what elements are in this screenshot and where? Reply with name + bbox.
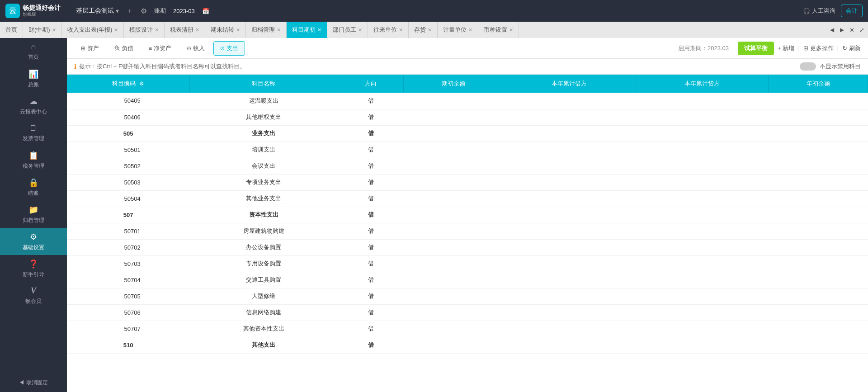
account-button[interactable]: 会计 xyxy=(841,5,863,17)
collapse-button[interactable]: ◀ 取消固定 xyxy=(5,379,61,387)
tab-close-icon[interactable]: ✕ xyxy=(399,27,403,33)
data-table: 科目编码 ⚙ 科目名称 方向 期初余额 本年累计借方 本年累计贷方 年初余额 5… xyxy=(67,75,868,354)
tab-close-icon[interactable]: ✕ xyxy=(236,27,240,33)
toggle-switch[interactable] xyxy=(800,62,816,71)
table-row[interactable]: 50501 培训支出 借 xyxy=(67,142,868,158)
col-ytd-debit: 本年累计借方 xyxy=(503,75,636,93)
sub-tab-liability[interactable]: 负 负债 xyxy=(108,41,140,56)
table-row[interactable]: 50406 其他维权支出 借 xyxy=(67,109,868,125)
cell-code: 510 xyxy=(67,337,189,353)
support-button[interactable]: 🎧 人工咨询 xyxy=(803,7,835,15)
cell-ytd-debit xyxy=(503,288,636,304)
tab-close-icon[interactable]: ✕ xyxy=(195,27,199,33)
col-gear-icon[interactable]: ⚙ xyxy=(139,80,144,87)
tab-subject-init[interactable]: 科目期初 ✕ xyxy=(287,22,327,38)
more-button[interactable]: ⊞ 更多操作 xyxy=(803,44,834,52)
tab-close-icon[interactable]: ✕ xyxy=(155,27,159,33)
cell-ytd-credit xyxy=(636,239,769,255)
table-row[interactable]: 50702 办公设备购置 借 xyxy=(67,239,868,255)
tab-close-icon[interactable]: ✕ xyxy=(428,27,432,33)
balance-button[interactable]: 试算平衡 xyxy=(738,42,774,55)
sidebar-item-guide[interactable]: ❓ 新手引导 xyxy=(0,255,67,282)
sidebar-item-general-ledger[interactable]: 📊 总账 xyxy=(0,65,67,92)
table-row[interactable]: 507 资本性支出 借 xyxy=(67,207,868,223)
table-row[interactable]: 50503 专项业务支出 借 xyxy=(67,174,868,190)
cell-name: 其他维权支出 xyxy=(189,109,338,125)
cell-ytd-credit xyxy=(636,272,769,288)
table-row[interactable]: 510 其他支出 借 xyxy=(67,337,868,353)
cell-year-opening xyxy=(769,255,868,272)
cell-code: 505 xyxy=(67,125,189,142)
tab-inventory[interactable]: 存货 ✕ xyxy=(409,22,438,38)
sub-tab-net-asset[interactable]: ≡ 净资产 xyxy=(142,41,178,56)
tab-close-icon[interactable]: ✕ xyxy=(52,27,56,33)
liability-tab-icon: 负 xyxy=(114,44,120,52)
tab-unit[interactable]: 计量单位 ✕ xyxy=(438,22,478,38)
sub-tab-income-label: 收入 xyxy=(193,44,205,52)
table-row[interactable]: 50705 大型修缮 借 xyxy=(67,288,868,304)
tab-currency[interactable]: 币种设置 ✕ xyxy=(478,22,519,38)
refresh-button[interactable]: ↻ 刷新 xyxy=(842,44,861,52)
cell-code: 50707 xyxy=(67,321,189,337)
table-row[interactable]: 505 业务支出 借 xyxy=(67,125,868,142)
table-container[interactable]: 科目编码 ⚙ 科目名称 方向 期初余额 本年累计借方 本年累计贷方 年初余额 5… xyxy=(67,75,868,392)
cell-direction: 借 xyxy=(338,174,403,190)
sub-tab-net-asset-label: 净资产 xyxy=(154,44,171,52)
tab-template[interactable]: 模版设计 ✕ xyxy=(124,22,165,38)
tab-close-all-button[interactable]: ✕ xyxy=(847,25,856,34)
table-row[interactable]: 50405 运温暖支出 借 xyxy=(67,93,868,109)
content-area: ⊞ 资产 负 负债 ≡ 净资产 ⊙ 收入 ⊙ 支出 启用期间：2023.03 试… xyxy=(67,38,868,392)
cell-opening-balance xyxy=(404,207,503,223)
sub-tab-liability-label: 负债 xyxy=(122,44,133,52)
table-row[interactable]: 50504 其他业务支出 借 xyxy=(67,190,868,207)
cell-year-opening xyxy=(769,125,868,142)
table-row[interactable]: 50701 房屋建筑物购建 借 xyxy=(67,223,868,239)
tab-archive[interactable]: 归档管理 ✕ xyxy=(246,22,287,38)
tab-home[interactable]: 首页 xyxy=(0,22,23,38)
tab-close-icon[interactable]: ✕ xyxy=(277,27,281,33)
tab-close-icon[interactable]: ✕ xyxy=(317,27,321,33)
tab-finance-mid[interactable]: 财(中期) ✕ xyxy=(23,22,62,38)
cell-ytd-credit xyxy=(636,142,769,158)
period-value: 2023-03 xyxy=(173,8,195,14)
sidebar-item-invoice[interactable]: 🗒 发票管理 xyxy=(0,119,67,146)
tab-close-icon[interactable]: ✕ xyxy=(509,27,513,33)
hint-icon: ℹ xyxy=(74,63,76,70)
tab-tax-table[interactable]: 税表清册 ✕ xyxy=(165,22,205,38)
table-row[interactable]: 50706 信息网络购建 借 xyxy=(67,304,868,321)
cell-ytd-credit xyxy=(636,109,769,125)
sidebar-item-settlement[interactable]: 🔒 结账 xyxy=(0,174,67,201)
settings-icon[interactable]: ⚙ xyxy=(141,7,147,15)
tab-close-icon[interactable]: ✕ xyxy=(114,27,118,33)
sub-tab-asset[interactable]: ⊞ 资产 xyxy=(74,41,106,56)
sidebar-item-tax[interactable]: 📋 税务管理 xyxy=(0,146,67,174)
table-row[interactable]: 50707 其他资本性支出 借 xyxy=(67,321,868,337)
tab-next-button[interactable]: ▶ xyxy=(837,25,846,34)
cell-direction: 借 xyxy=(338,288,403,304)
sub-tab-income[interactable]: ⊙ 收入 xyxy=(180,41,212,56)
sub-tab-expenditure[interactable]: ⊙ 支出 xyxy=(213,41,245,56)
sidebar-item-home[interactable]: ⌂ 首页 xyxy=(0,38,67,65)
company-selector[interactable]: 基层工会测试 ▾ xyxy=(76,7,119,15)
tab-contacts[interactable]: 往来单位 ✕ xyxy=(368,22,409,38)
cell-code: 50502 xyxy=(67,158,189,174)
tab-dept-employee[interactable]: 部门员工 ✕ xyxy=(327,22,368,38)
tab-income-annual[interactable]: 收入支出表(年报) ✕ xyxy=(62,22,124,38)
sidebar-item-member[interactable]: V 畅会员 xyxy=(0,282,67,309)
add-company-icon[interactable]: ＋ xyxy=(126,6,133,16)
table-row[interactable]: 50704 交通工具购置 借 xyxy=(67,272,868,288)
sidebar-label-member: 畅会员 xyxy=(25,298,42,305)
table-row[interactable]: 50502 会议支出 借 xyxy=(67,158,868,174)
table-row[interactable]: 50703 专用设备购置 借 xyxy=(67,255,868,272)
tab-prev-button[interactable]: ◀ xyxy=(827,25,836,34)
sidebar-item-basic-settings[interactable]: ⚙ 基础设置 xyxy=(0,228,67,255)
tab-close-icon[interactable]: ✕ xyxy=(358,27,362,33)
add-button[interactable]: + 新增 xyxy=(778,44,794,52)
calendar-icon[interactable]: 📅 xyxy=(202,8,209,14)
sidebar-item-archive[interactable]: 📁 归档管理 xyxy=(0,201,67,228)
hint-text: 提示：按Ctrl + F键并输入科目编码或者科目名称可以查找科目。 xyxy=(79,62,245,71)
sidebar-item-cloud-report[interactable]: ☁ 云报表中心 xyxy=(0,92,67,119)
tab-close-icon[interactable]: ✕ xyxy=(468,27,472,33)
tab-period-end[interactable]: 期末结转 ✕ xyxy=(205,22,246,38)
tab-expand-button[interactable]: ⤢ xyxy=(857,25,866,34)
